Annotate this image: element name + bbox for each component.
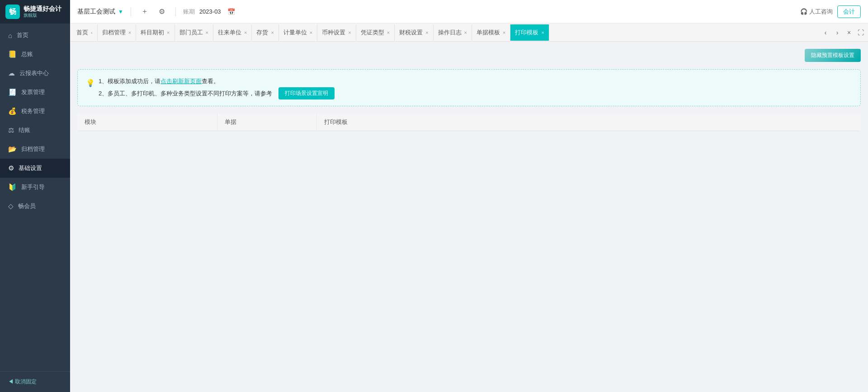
tab-prev-button[interactable]: ‹: [820, 24, 831, 41]
company-dropdown-icon: ▼: [118, 9, 123, 15]
notice-row: 💡 1、模板添加成功后，请点击刷新新页面查看。 2、多员工、多打印机、多种业务类…: [86, 76, 852, 99]
sidebar-item-label: 云报表中心: [19, 69, 49, 77]
period-label: 账期: [183, 8, 195, 16]
sidebar-item-settings[interactable]: ⚙ 基础设置: [0, 159, 70, 178]
invoice-icon: 🧾: [8, 88, 17, 96]
sidebar-item-label: 畅会员: [18, 202, 36, 210]
company-name: 基层工会测试: [77, 8, 115, 16]
company-selector[interactable]: 基层工会测试 ▼: [77, 8, 123, 16]
tab-close-icon[interactable]: ×: [503, 30, 505, 35]
notice-box: 💡 1、模板添加成功后，请点击刷新新页面查看。 2、多员工、多打印机、多种业务类…: [77, 69, 861, 106]
tab-fullscreen-button[interactable]: ⛶: [855, 24, 866, 41]
sidebar-item-guide[interactable]: 🔰 新手引导: [0, 178, 70, 197]
headset-icon: 🎧: [800, 8, 807, 15]
sidebar-item-archive[interactable]: 📂 归档管理: [0, 140, 70, 159]
add-company-button[interactable]: ＋: [138, 5, 151, 18]
tab-label: 财税设置: [399, 28, 423, 37]
sidebar-item-settle[interactable]: ⚖ 结账: [0, 121, 70, 140]
tab-close-icon[interactable]: ×: [425, 30, 428, 35]
tab-close-icon[interactable]: ×: [310, 30, 312, 35]
tab-single-template[interactable]: 单据模板 ×: [472, 24, 510, 41]
notice-line1-pre: 1、模板添加成功后，请: [99, 78, 160, 85]
sidebar-item-label: 新手引导: [21, 183, 45, 191]
data-table: 模块 单据 打印模板: [77, 113, 861, 131]
tab-close-icon[interactable]: ×: [128, 30, 131, 35]
tab-inventory[interactable]: 存货 ×: [252, 24, 278, 41]
col-template: 打印模板: [317, 113, 861, 131]
sidebar-item-invoice[interactable]: 🧾 发票管理: [0, 83, 70, 102]
sidebar-item-member[interactable]: ◇ 畅会员: [0, 197, 70, 216]
content-header: 隐藏预置模板设置: [77, 49, 861, 66]
sidebar-item-label: 税务管理: [21, 107, 45, 115]
account-button[interactable]: 会计: [837, 5, 861, 18]
tab-close-icon[interactable]: ×: [271, 30, 274, 35]
tab-close-icon[interactable]: ×: [541, 30, 544, 35]
tab-close-icon[interactable]: ×: [244, 30, 247, 35]
tab-label: 首页: [76, 28, 88, 37]
tab-close-icon[interactable]: ×: [348, 30, 351, 35]
tab-label: 凭证类型: [361, 28, 384, 37]
tab-archive[interactable]: 归档管理 ×: [98, 24, 136, 41]
sidebar-item-ledger[interactable]: 📒 总账: [0, 45, 70, 64]
calendar-icon[interactable]: 📅: [227, 8, 235, 15]
separator: [175, 7, 176, 16]
tab-label: 计量单位: [283, 28, 307, 37]
sidebar: 畅 畅捷通好会计 旗舰版 ⌂ 首页 📒 总账 ☁ 云报表中心 🧾 发票管理 💰 …: [0, 0, 70, 392]
hide-preview-button[interactable]: 隐藏预置模板设置: [805, 49, 861, 62]
tab-actions: ‹ › × ⛶: [820, 24, 866, 41]
tab-subject[interactable]: 科目期初 ×: [136, 24, 175, 41]
tab-label: 往来单位: [218, 28, 241, 37]
tab-close-icon[interactable]: ×: [387, 30, 390, 35]
col-doc: 单据: [217, 113, 317, 131]
ledger-icon: 📒: [8, 50, 17, 58]
sidebar-item-label: 总账: [21, 50, 33, 58]
tab-department[interactable]: 部门员工 ×: [175, 24, 213, 41]
top-bar-right: 🎧 人工咨询 会计: [800, 5, 861, 18]
support-label: 人工咨询: [809, 8, 833, 16]
reports-icon: ☁: [8, 69, 15, 77]
sidebar-item-label: 首页: [17, 31, 28, 39]
tab-close-icon[interactable]: ×: [206, 30, 208, 35]
tab-label: 归档管理: [102, 28, 126, 37]
logo-title: 畅捷通好会计: [24, 5, 61, 13]
logo-icon: 畅: [5, 5, 20, 19]
tab-print-template[interactable]: 打印模板 ×: [510, 24, 549, 41]
tab-close-icon[interactable]: ×: [167, 30, 170, 35]
tab-label: 操作日志: [438, 28, 462, 37]
tab-partner[interactable]: 往来单位 ×: [213, 24, 252, 41]
logo-subtitle: 旗舰版: [24, 12, 61, 19]
sidebar-item-home[interactable]: ⌂ 首页: [0, 26, 70, 45]
tab-tax-settings[interactable]: 财税设置 ×: [395, 24, 433, 41]
support-button[interactable]: 🎧 人工咨询: [800, 8, 833, 16]
sidebar-item-label: 基础设置: [19, 164, 42, 172]
tab-unit[interactable]: 计量单位 ×: [279, 24, 317, 41]
tab-label: 存货: [256, 28, 268, 37]
tab-currency[interactable]: 币种设置 ×: [317, 24, 356, 41]
tab-oplog[interactable]: 操作日志 ×: [434, 24, 472, 41]
member-icon: ◇: [8, 202, 14, 210]
tab-chevron-icon: ‹: [91, 30, 93, 35]
tab-close-icon[interactable]: ×: [464, 30, 467, 35]
notice-line1: 1、模板添加成功后，请点击刷新新页面查看。: [99, 76, 852, 86]
top-bar: 基层工会测试 ▼ ＋ ⚙ 账期 2023-03 📅 🎧 人工咨询 会计: [70, 0, 868, 24]
settings-button[interactable]: ⚙: [156, 5, 168, 18]
sidebar-item-tax[interactable]: 💰 税务管理: [0, 102, 70, 121]
print-scene-button[interactable]: 打印场景设置宣明: [278, 87, 335, 99]
sidebar-item-reports[interactable]: ☁ 云报表中心: [0, 64, 70, 83]
archive-icon: 📂: [8, 145, 17, 153]
tab-close-all-button[interactable]: ×: [844, 24, 854, 41]
col-module: 模块: [77, 113, 217, 131]
unpin-sidebar-button[interactable]: ◀ 取消固定: [0, 371, 70, 392]
notice-line2-pre: 2、多员工、多打印机、多种业务类型设置不同打印方案等，请参考: [99, 88, 272, 99]
tab-voucher-type[interactable]: 凭证类型 ×: [356, 24, 395, 41]
tab-home[interactable]: 首页 ‹: [72, 24, 98, 41]
notice-refresh-link[interactable]: 点击刷新新页面: [160, 78, 202, 85]
tab-label: 部门员工: [179, 28, 203, 37]
sidebar-item-label: 结账: [19, 126, 30, 134]
settle-icon: ⚖: [8, 126, 14, 134]
guide-icon: 🔰: [8, 183, 17, 191]
tab-next-button[interactable]: ›: [832, 24, 843, 41]
tax-icon: 💰: [8, 107, 17, 115]
sidebar-nav: ⌂ 首页 📒 总账 ☁ 云报表中心 🧾 发票管理 💰 税务管理 ⚖ 结账 📂 归…: [0, 24, 70, 371]
tab-label: 打印模板: [515, 28, 538, 37]
